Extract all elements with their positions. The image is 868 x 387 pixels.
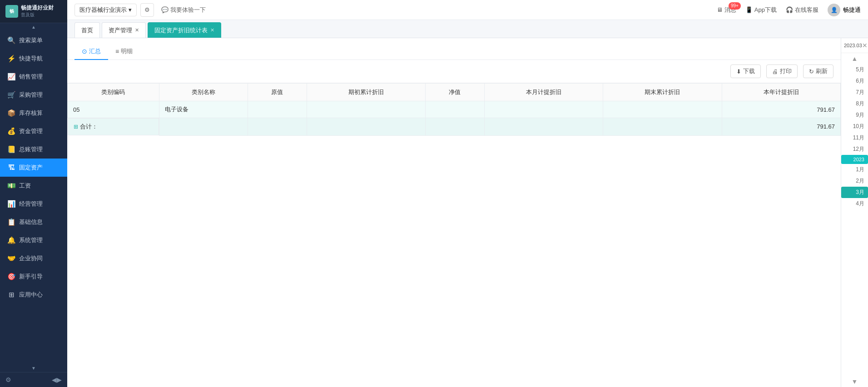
timeline-month-7[interactable]: 7月 xyxy=(841,87,868,98)
app-download-button[interactable]: 📱 App下载 xyxy=(745,6,777,14)
sidebar-item-sys-mgmt[interactable]: 🔔系统管理 xyxy=(0,231,67,249)
timeline-month-9[interactable]: 9月 xyxy=(841,109,868,121)
total-net-value xyxy=(426,118,484,136)
timeline-month-12[interactable]: 12月 xyxy=(841,144,868,155)
content-area: ⊙ 汇总 ≡ 明细 ⬇ 下载 🖨 打印 ↻ xyxy=(67,38,841,387)
company-selector[interactable]: 医疗器械行业演示 ▾ xyxy=(74,4,137,16)
cell-original xyxy=(248,101,307,118)
timeline-scroll-up-button[interactable]: ▲ xyxy=(850,53,860,64)
refresh-button[interactable]: ↻ 刷新 xyxy=(803,64,833,78)
user-area[interactable]: 👤 畅捷通 xyxy=(828,4,861,16)
cell-annual-dep: 791.67 xyxy=(722,101,840,118)
sidebar-scroll-down[interactable]: ▼ xyxy=(0,364,67,372)
sidebar-item-quick-nav[interactable]: ⚡快捷导航 xyxy=(0,50,67,68)
experience-icon: 💬 xyxy=(161,6,169,13)
timeline-months-area: 5月 6月 7月 8月 9月 10月 11月 12月 2023 1月 2月 3月… xyxy=(841,64,868,376)
timeline-month-11[interactable]: 11月 xyxy=(841,132,868,144)
avatar-icon: 👤 xyxy=(831,7,838,13)
sidebar-title-wrap: 畅捷通好业财 普及版 xyxy=(21,5,54,18)
timeline-month-10[interactable]: 10月 xyxy=(841,121,868,132)
sidebar-item-operations[interactable]: 📊经营管理 xyxy=(0,195,67,213)
online-service-button[interactable]: 🎧 在线客服 xyxy=(786,6,818,14)
timeline-month-5[interactable]: 5月 xyxy=(841,64,868,75)
table-total-row: ⊞ 合计： 791.67 xyxy=(68,118,841,136)
sidebar-item-beginner[interactable]: 🎯新手引导 xyxy=(0,268,67,286)
timeline-month-6[interactable]: 6月 xyxy=(841,75,868,87)
timeline-header: 2023.03 ✕ ⤢ xyxy=(841,38,868,53)
app-download-label: App下载 xyxy=(754,6,777,14)
topbar-settings-button[interactable]: ⚙ xyxy=(140,3,154,17)
sidebar: 畅 畅捷通好业财 普及版 ▲ 🔍搜索菜单⚡快捷导航📈销售管理🛒采购管理📦库存核算… xyxy=(0,0,67,387)
table-header-row: 类别编码 类别名称 原值 期初累计折旧 净值 本月计提折旧 期末累计折旧 本年计… xyxy=(68,84,841,101)
tab-asset-management[interactable]: 资产管理 ✕ xyxy=(102,22,146,38)
logo-icon: 畅 xyxy=(5,5,18,18)
sidebar-item-purchase[interactable]: 🛒采购管理 xyxy=(0,86,67,104)
sidebar-item-enterprise[interactable]: 🤝企业协同 xyxy=(0,249,67,268)
tab-depreciation-report[interactable]: 固定资产折旧统计表 ✕ xyxy=(148,22,221,38)
company-name: 医疗器械行业演示 xyxy=(79,6,127,14)
experience-button[interactable]: 💬 我要体验一下 xyxy=(161,6,206,14)
sidebar-item-ledger[interactable]: 📒总账管理 xyxy=(0,140,67,159)
base-info-icon: 📋 xyxy=(7,218,15,226)
sidebar-item-label-finance: 资金管理 xyxy=(19,127,43,135)
sub-tabs: ⊙ 汇总 ≡ 明细 xyxy=(67,38,841,60)
tab-depreciation-report-close[interactable]: ✕ xyxy=(210,27,214,33)
messages-button[interactable]: 🖥 消息 99+ xyxy=(717,6,736,14)
sidebar-item-payroll[interactable]: 💵工资 xyxy=(0,177,67,195)
quick-nav-icon: ⚡ xyxy=(7,55,15,63)
beginner-icon: 🎯 xyxy=(7,273,15,281)
avatar: 👤 xyxy=(828,4,840,16)
sidebar-scroll-up[interactable]: ▲ xyxy=(0,23,67,31)
sidebar-item-search[interactable]: 🔍搜索菜单 xyxy=(0,31,67,50)
sidebar-item-finance[interactable]: 💰资金管理 xyxy=(0,122,67,140)
sidebar-item-inventory[interactable]: 📦库存核算 xyxy=(0,104,67,122)
sys-mgmt-icon: 🔔 xyxy=(7,236,15,244)
download-button[interactable]: ⬇ 下载 xyxy=(730,64,761,78)
sidebar-header: 畅 畅捷通好业财 普及版 xyxy=(0,0,67,23)
tab-home[interactable]: 首页 xyxy=(74,22,100,38)
sidebar-footer: ⚙ ◀▶ xyxy=(0,372,67,387)
print-button[interactable]: 🖨 打印 xyxy=(766,64,798,78)
table-wrap: 类别编码 类别名称 原值 期初累计折旧 净值 本月计提折旧 期末累计折旧 本年计… xyxy=(67,83,841,387)
cell-code: 05 xyxy=(68,101,159,118)
timeline-close-button[interactable]: ✕ xyxy=(862,42,868,49)
operations-icon: 📊 xyxy=(7,200,15,208)
sidebar-item-base-info[interactable]: 📋基础信息 xyxy=(0,213,67,231)
sub-tab-summary-label: 汇总 xyxy=(89,47,101,55)
app-title: 畅捷通好业财 xyxy=(21,5,54,12)
sidebar-item-label-base-info: 基础信息 xyxy=(19,218,43,226)
total-label: 合计： xyxy=(80,123,98,131)
collapse-sidebar-icon[interactable]: ◀▶ xyxy=(52,376,62,383)
sidebar-item-label-beginner: 新手引导 xyxy=(19,273,43,281)
sidebar-item-label-sys-mgmt: 系统管理 xyxy=(19,236,43,244)
topbar-right: 🖥 消息 99+ 📱 App下载 🎧 在线客服 👤 畅捷通 xyxy=(717,4,861,16)
timeline-panel: 2023.03 ✕ ⤢ ▲ 5月 6月 7月 8月 9月 10月 11月 12月… xyxy=(841,38,868,387)
sub-tab-detail[interactable]: ≡ 明细 xyxy=(108,44,140,60)
sub-tab-summary[interactable]: ⊙ 汇总 xyxy=(74,44,108,60)
search-icon: 🔍 xyxy=(7,36,15,45)
sidebar-item-label-app-center: 应用中心 xyxy=(19,291,43,299)
col-period-end-dep: 期末累计折旧 xyxy=(603,84,722,101)
timeline-month-2023-1[interactable]: 1月 xyxy=(841,164,868,175)
timeline-scroll-down-button[interactable]: ▼ xyxy=(850,376,860,387)
sidebar-nav: 🔍搜索菜单⚡快捷导航📈销售管理🛒采购管理📦库存核算💰资金管理📒总账管理🏗固定资产… xyxy=(0,31,67,364)
timeline-year-2023-tag[interactable]: 2023 xyxy=(841,155,868,164)
total-initial-dep xyxy=(307,118,425,136)
fixed-assets-icon: 🏗 xyxy=(7,164,15,171)
sidebar-item-app-center[interactable]: ⊞应用中心 xyxy=(0,286,67,304)
cell-net-value xyxy=(426,101,484,118)
table-row: 05 电子设备 791.67 xyxy=(68,101,841,118)
settings-footer-icon[interactable]: ⚙ xyxy=(5,376,11,383)
refresh-label: 刷新 xyxy=(816,67,828,75)
ledger-icon: 📒 xyxy=(7,145,15,154)
sidebar-item-label-operations: 经营管理 xyxy=(19,200,43,208)
tab-asset-management-close[interactable]: ✕ xyxy=(135,27,139,33)
sidebar-item-sales[interactable]: 📈销售管理 xyxy=(0,68,67,86)
tab-home-label: 首页 xyxy=(81,26,93,35)
sidebar-item-fixed-assets[interactable]: 🏗固定资产 xyxy=(0,159,67,177)
timeline-month-2023-4[interactable]: 4月 xyxy=(841,198,868,209)
timeline-month-8[interactable]: 8月 xyxy=(841,98,868,109)
print-label: 打印 xyxy=(780,67,792,75)
timeline-month-2023-3[interactable]: 3月 xyxy=(841,187,868,198)
timeline-month-2023-2[interactable]: 2月 xyxy=(841,175,868,187)
